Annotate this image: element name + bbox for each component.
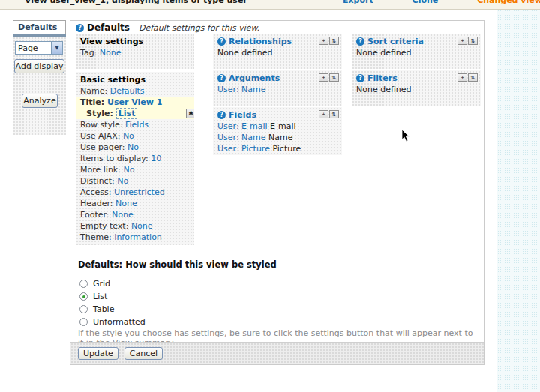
arguments-title-link[interactable]: Arguments bbox=[229, 73, 280, 84]
field-link[interactable]: User: Picture bbox=[218, 144, 270, 154]
argument-link[interactable]: User: Name bbox=[218, 85, 266, 94]
setting-value-link[interactable]: None bbox=[116, 199, 137, 208]
view-settings-title: View settings bbox=[80, 36, 190, 47]
basic-setting-row: Header: None ✱ bbox=[80, 198, 190, 209]
radio-button[interactable] bbox=[80, 318, 88, 326]
radio-button[interactable] bbox=[80, 280, 88, 288]
form-footer: Update Cancel bbox=[70, 342, 484, 364]
setting-label: Title: bbox=[80, 97, 104, 107]
add-icon[interactable]: + bbox=[319, 73, 328, 82]
help-question-icon[interactable]: ? bbox=[76, 24, 84, 32]
setting-label: Use pager: bbox=[80, 142, 125, 152]
setting-value-link[interactable]: None bbox=[131, 221, 153, 231]
relationships-box: + ⇅ ? Relationships None defined bbox=[213, 34, 342, 69]
relationships-empty: None defined bbox=[218, 47, 338, 58]
field-suffix: E-mail bbox=[268, 121, 296, 131]
style-radio-option[interactable]: Grid bbox=[80, 277, 146, 290]
setting-value-link[interactable]: Information bbox=[114, 232, 162, 242]
radio-label: Table bbox=[93, 304, 114, 314]
radio-label: Grid bbox=[93, 279, 110, 289]
tag-setting-row: Tag: None bbox=[80, 47, 190, 58]
arguments-list: User: Name bbox=[218, 84, 338, 95]
add-icon[interactable]: + bbox=[458, 73, 467, 82]
field-suffix: Name bbox=[266, 133, 293, 142]
help-question-icon[interactable]: ? bbox=[218, 111, 226, 119]
analyze-button[interactable]: Analyze bbox=[22, 94, 58, 108]
header-action-link[interactable]: Export bbox=[343, 0, 374, 5]
filters-title-link[interactable]: Filters bbox=[368, 73, 398, 84]
basic-setting-row: Footer: None ✱ bbox=[80, 209, 190, 220]
add-icon[interactable]: + bbox=[458, 37, 467, 45]
display-type-value: Page bbox=[16, 43, 51, 53]
setting-value-link[interactable]: No bbox=[123, 131, 134, 141]
style-radio-group: Grid List Table Unformatted bbox=[80, 277, 146, 328]
radio-button[interactable] bbox=[80, 292, 88, 301]
view-summary-panel: ? Defaults Default settings for this vie… bbox=[70, 20, 484, 250]
add-icon[interactable]: + bbox=[319, 37, 328, 45]
rearrange-icon[interactable]: ⇅ bbox=[468, 73, 478, 82]
basic-setting-row: Theme: Information ✱ bbox=[80, 232, 190, 243]
field-link[interactable]: User: E-mail bbox=[218, 121, 268, 131]
field-row: User: Picture Picture bbox=[218, 143, 338, 154]
gear-icon[interactable]: ✱ bbox=[186, 109, 194, 118]
chevron-down-icon[interactable]: ▼ bbox=[51, 42, 62, 54]
filters-box: + ⇅ ? Filters None defined bbox=[352, 70, 481, 106]
setting-value-link[interactable]: No bbox=[117, 176, 128, 186]
tab-defaults[interactable]: Defaults bbox=[13, 20, 66, 34]
basic-setting-row: Items to display: 10 ✱ bbox=[80, 153, 190, 164]
filters-empty: None defined bbox=[356, 84, 476, 95]
rearrange-icon[interactable]: ⇅ bbox=[468, 37, 478, 45]
rearrange-icon[interactable]: ⇅ bbox=[329, 73, 339, 82]
header-action-link[interactable]: Clone bbox=[412, 0, 439, 5]
basic-settings-rows: Name: Defaults ✱ Title: User View 1 ✱ St… bbox=[80, 85, 190, 243]
setting-value-link[interactable]: List bbox=[116, 108, 138, 119]
help-question-icon[interactable]: ? bbox=[356, 74, 364, 82]
setting-label: Header: bbox=[80, 199, 113, 208]
setting-value-link[interactable]: User View 1 bbox=[107, 97, 162, 107]
tag-value-link[interactable]: None bbox=[100, 48, 122, 58]
setting-value-link[interactable]: No bbox=[123, 165, 134, 175]
page-header-bar: View user_view_1, displaying items of ty… bbox=[0, 0, 540, 10]
sort-criteria-title-link[interactable]: Sort criteria bbox=[368, 36, 424, 47]
setting-value-link[interactable]: Unrestricted bbox=[114, 187, 165, 197]
field-row: User: E-mail E-mail bbox=[218, 121, 338, 132]
rearrange-icon[interactable]: ⇅ bbox=[329, 110, 339, 118]
help-question-icon[interactable]: ? bbox=[218, 74, 226, 82]
setting-value-link[interactable]: Defaults bbox=[110, 86, 145, 96]
basic-settings-box: Basic settings Name: Defaults ✱ Title: U… bbox=[76, 72, 194, 245]
fields-list: User: E-mail E-mail User: Name Name User… bbox=[218, 121, 338, 154]
style-radio-option[interactable]: Unformatted bbox=[80, 316, 146, 328]
header-action-link[interactable]: Changed view bbox=[477, 0, 540, 5]
setting-label: More link: bbox=[80, 165, 121, 175]
add-icon[interactable]: + bbox=[319, 110, 328, 118]
relationships-title-link[interactable]: Relationships bbox=[229, 36, 292, 47]
field-row: User: Name Name bbox=[218, 132, 338, 143]
page-background-texture bbox=[497, 10, 540, 392]
display-type-select[interactable]: Page ▼ bbox=[15, 41, 63, 55]
field-link[interactable]: User: Name bbox=[218, 133, 266, 142]
style-radio-option[interactable]: List bbox=[80, 290, 146, 303]
setting-value-link[interactable]: 10 bbox=[151, 154, 161, 163]
help-question-icon[interactable]: ? bbox=[218, 37, 226, 46]
rearrange-icon[interactable]: ⇅ bbox=[329, 37, 339, 45]
basic-setting-row: Style: List ✱ bbox=[76, 108, 194, 119]
setting-value-link[interactable]: No bbox=[128, 142, 139, 152]
sort-criteria-box: + ⇅ ? Sort criteria None defined bbox=[352, 34, 481, 69]
fields-title-link[interactable]: Fields bbox=[229, 109, 256, 121]
update-button[interactable]: Update bbox=[78, 347, 118, 360]
style-radio-option[interactable]: Table bbox=[80, 303, 146, 316]
field-suffix: Picture bbox=[270, 144, 301, 154]
style-settings-form: Defaults: How should this view be styled… bbox=[70, 250, 484, 365]
help-question-icon[interactable]: ? bbox=[356, 37, 364, 46]
setting-value-link[interactable]: Fields bbox=[125, 120, 148, 130]
basic-setting-row: Title: User View 1 ✱ bbox=[76, 97, 194, 108]
setting-label: Distinct: bbox=[80, 176, 115, 186]
basic-setting-row: Name: Defaults ✱ bbox=[80, 85, 190, 97]
add-display-button[interactable]: Add display bbox=[14, 59, 64, 73]
setting-value-link[interactable]: None bbox=[112, 210, 134, 220]
radio-button[interactable] bbox=[80, 305, 88, 313]
summary-subtitle: Default settings for this view. bbox=[139, 23, 260, 33]
basic-setting-row: More link: No ✱ bbox=[80, 164, 190, 175]
cancel-button[interactable]: Cancel bbox=[124, 347, 163, 360]
summary-title: Defaults bbox=[87, 22, 130, 33]
